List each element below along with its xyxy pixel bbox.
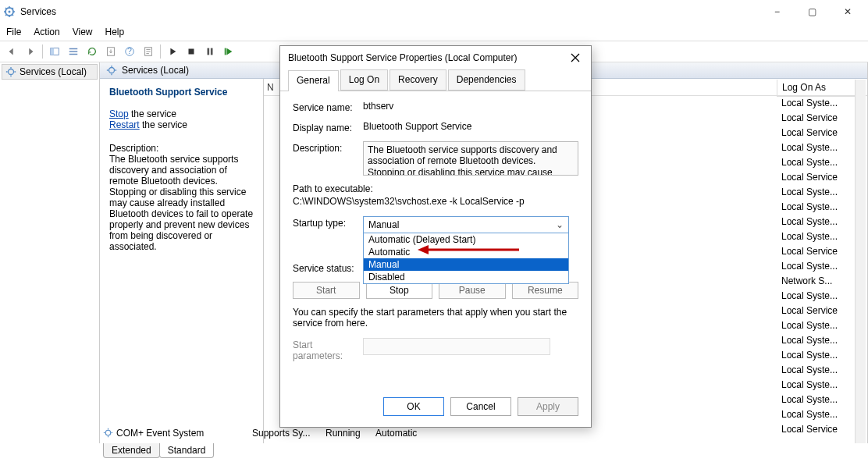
option-disabled[interactable]: Disabled bbox=[364, 271, 568, 283]
logon-cell: Local Service bbox=[777, 112, 855, 126]
close-icon bbox=[571, 53, 580, 62]
tab-general[interactable]: General bbox=[288, 70, 339, 91]
logon-column: Log On As Local Syste...Local ServiceLoc… bbox=[777, 80, 855, 460]
logon-cell: Local Syste... bbox=[777, 319, 855, 334]
logon-cell: Local Syste... bbox=[777, 364, 855, 378]
minimize-button[interactable]: − bbox=[760, 0, 795, 23]
logon-cell: Network S... bbox=[777, 275, 855, 290]
start-button[interactable]: Start bbox=[293, 282, 360, 299]
label-start-params: Start parameters: bbox=[293, 338, 363, 361]
label-startup-type: Startup type: bbox=[293, 216, 363, 229]
label-description: Description: bbox=[293, 141, 363, 154]
stop-button[interactable] bbox=[183, 43, 200, 60]
stop-button[interactable]: Stop bbox=[366, 282, 433, 299]
start-params-input bbox=[363, 338, 550, 355]
tab-recovery[interactable]: Recovery bbox=[390, 69, 446, 91]
logon-cell: Local Syste... bbox=[777, 334, 855, 349]
dialog-titlebar[interactable]: Bluetooth Support Service Properties (Lo… bbox=[280, 46, 591, 69]
tab-standard[interactable]: Standard bbox=[159, 443, 215, 458]
pause-button[interactable] bbox=[201, 43, 219, 60]
vertical-scrollbar[interactable] bbox=[855, 80, 866, 443]
dialog-title: Bluetooth Support Service Properties (Lo… bbox=[288, 52, 567, 63]
option-manual[interactable]: Manual bbox=[364, 258, 568, 271]
dialog-tabs: General Log On Recovery Dependencies bbox=[280, 69, 591, 91]
logon-cell: Local Syste... bbox=[777, 156, 855, 171]
window-title: Services bbox=[20, 6, 56, 17]
gear-icon bbox=[106, 65, 117, 76]
close-button[interactable]: ✕ bbox=[830, 0, 865, 23]
dialog-close-button[interactable] bbox=[567, 50, 583, 66]
annotation-arrow bbox=[418, 245, 519, 254]
logon-cell: Local Syste... bbox=[777, 97, 855, 112]
maximize-button[interactable]: ▢ bbox=[795, 0, 830, 23]
label-path: Path to executable: bbox=[293, 183, 578, 194]
restart-button[interactable] bbox=[220, 43, 237, 60]
logon-cell: Local Syste... bbox=[777, 378, 855, 393]
logon-cell: Local Service bbox=[777, 304, 855, 319]
logon-cell: Local Syste... bbox=[777, 201, 855, 215]
label-display-name: Display name: bbox=[293, 121, 363, 133]
cancel-button[interactable]: Cancel bbox=[450, 397, 511, 416]
properties-button[interactable] bbox=[140, 43, 157, 60]
services-icon bbox=[3, 5, 16, 18]
cell-startup: Automatic bbox=[375, 428, 430, 439]
start-note: You can specify the start parameters tha… bbox=[293, 307, 578, 329]
column-header-logon[interactable]: Log On As bbox=[777, 80, 855, 97]
restart-link[interactable]: Restart bbox=[109, 119, 140, 130]
tab-dependencies[interactable]: Dependencies bbox=[448, 69, 525, 91]
svg-point-14 bbox=[105, 430, 111, 435]
tab-extended[interactable]: Extended bbox=[103, 443, 160, 458]
svg-point-12 bbox=[9, 69, 14, 75]
gear-icon bbox=[103, 428, 113, 438]
show-hide-button[interactable] bbox=[46, 43, 63, 60]
menu-view[interactable]: View bbox=[73, 27, 93, 37]
logon-cell: Local Service bbox=[777, 126, 855, 141]
logon-cell: Local Service bbox=[777, 245, 855, 260]
value-service-name: bthserv bbox=[363, 101, 578, 112]
chevron-down-icon: ⌄ bbox=[556, 219, 564, 230]
cell-name: COM+ Event System bbox=[116, 428, 249, 439]
svg-point-1 bbox=[9, 11, 11, 13]
menu-file[interactable]: File bbox=[6, 27, 21, 37]
list-button[interactable] bbox=[65, 43, 82, 60]
startup-type-value: Manual bbox=[368, 219, 399, 230]
tab-logon[interactable]: Log On bbox=[340, 69, 388, 91]
export-button[interactable] bbox=[102, 43, 119, 60]
ok-button[interactable]: OK bbox=[383, 397, 444, 416]
cell-status: Running bbox=[326, 428, 372, 439]
pane-header-title: Services (Local) bbox=[122, 65, 189, 76]
menu-help[interactable]: Help bbox=[105, 27, 125, 37]
logon-cell: Local Syste... bbox=[777, 260, 855, 275]
menu-action[interactable]: Action bbox=[34, 27, 59, 37]
svg-text:?: ? bbox=[127, 46, 132, 55]
nav-services-local[interactable]: Services (Local) bbox=[2, 64, 98, 80]
play-button[interactable] bbox=[164, 43, 181, 60]
refresh-button[interactable] bbox=[84, 43, 101, 60]
startup-type-select[interactable]: Manual ⌄ bbox=[363, 216, 569, 233]
logon-cell: Local Syste... bbox=[777, 349, 855, 364]
pause-button[interactable]: Pause bbox=[439, 282, 506, 299]
svg-point-13 bbox=[109, 68, 115, 73]
apply-button[interactable]: Apply bbox=[518, 397, 578, 416]
value-path: C:\WINDOWS\system32\svchost.exe -k Local… bbox=[293, 196, 578, 207]
description-label: Description: bbox=[109, 143, 254, 154]
resume-button[interactable]: Resume bbox=[512, 282, 579, 299]
svg-rect-9 bbox=[208, 48, 210, 55]
stop-link[interactable]: Stop bbox=[109, 108, 129, 119]
label-service-status: Service status: bbox=[293, 261, 363, 274]
left-nav: Services (Local) bbox=[0, 62, 100, 443]
logon-cell: Local Syste... bbox=[777, 408, 855, 423]
option-auto-delayed[interactable]: Automatic (Delayed Start) bbox=[364, 233, 568, 246]
label-service-name: Service name: bbox=[293, 101, 363, 113]
logon-cell: Local Service bbox=[777, 171, 855, 186]
menubar: File Action View Help bbox=[0, 23, 868, 41]
bottom-tabs: Extended Standard bbox=[0, 443, 868, 462]
back-button[interactable] bbox=[3, 43, 20, 60]
logon-cell: Local Service bbox=[777, 423, 855, 438]
titlebar: Services − ▢ ✕ bbox=[0, 0, 868, 23]
cell-desc: Supports Sy... bbox=[252, 428, 322, 439]
help-button[interactable]: ? bbox=[121, 43, 138, 60]
description-box[interactable]: The Bluetooth service supports discovery… bbox=[363, 141, 578, 176]
forward-button[interactable] bbox=[22, 43, 39, 60]
description-text: The Bluetooth service supports discovery… bbox=[109, 154, 254, 252]
